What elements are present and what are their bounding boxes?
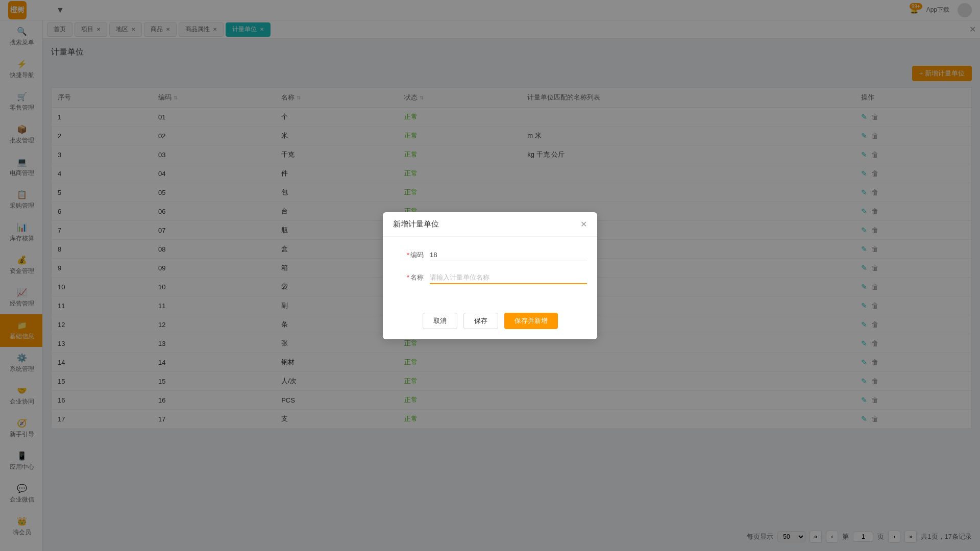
- name-input[interactable]: [430, 271, 587, 284]
- code-required-mark: *: [407, 251, 409, 259]
- modal-header: 新增计量单位 ✕: [383, 212, 597, 237]
- modal-close-button[interactable]: ✕: [580, 219, 587, 229]
- name-field-row: *名称: [393, 271, 587, 284]
- modal-body: *编码 *名称: [383, 237, 597, 307]
- code-label: *编码: [393, 251, 424, 260]
- name-required-mark: *: [407, 273, 409, 281]
- code-field-row: *编码: [393, 249, 587, 261]
- code-input[interactable]: [430, 249, 587, 261]
- save-and-add-button[interactable]: 保存并新增: [504, 313, 558, 329]
- save-button[interactable]: 保存: [463, 313, 498, 329]
- modal-title: 新增计量单位: [393, 219, 439, 229]
- modal-overlay[interactable]: 新增计量单位 ✕ *编码 *名称 取消 保存 保存并新增: [0, 0, 980, 551]
- name-label: *名称: [393, 273, 424, 282]
- add-unit-modal: 新增计量单位 ✕ *编码 *名称 取消 保存 保存并新增: [383, 212, 597, 339]
- cancel-button[interactable]: 取消: [423, 313, 457, 329]
- modal-footer: 取消 保存 保存并新增: [383, 307, 597, 339]
